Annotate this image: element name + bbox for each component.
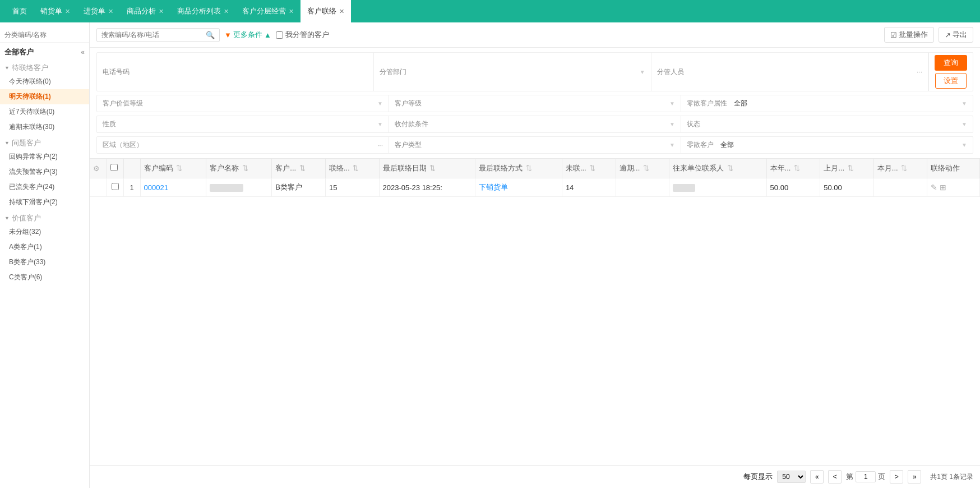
nav-product-list-close[interactable]: ✕	[224, 8, 229, 15]
phone-input[interactable]	[134, 68, 368, 76]
col-name[interactable]: 客户名称 ⇅	[206, 159, 271, 178]
status-label: 状态	[687, 119, 700, 129]
row-un-contact: 14	[562, 178, 616, 197]
sidebar-overdue-pending[interactable]: 逾期未联络(30)	[0, 119, 89, 135]
row-type: B类客户	[272, 178, 326, 197]
customer-code-link[interactable]: 000021	[144, 183, 168, 192]
row-checkbox[interactable]	[107, 178, 123, 197]
col-settings[interactable]: ⚙	[90, 159, 107, 178]
sidebar-loss-warning[interactable]: 流失预警客户(3)	[0, 164, 89, 179]
col-code[interactable]: 客户编码 ⇅	[140, 159, 206, 178]
row-code[interactable]: 000021	[140, 178, 206, 197]
col-last-date[interactable]: 最后联络日期 ⇅	[379, 159, 475, 178]
nav-home[interactable]: 首页	[6, 0, 34, 22]
nav-product-analysis-list[interactable]: 商品分析列表 ✕	[170, 0, 235, 22]
customer-value-arrow[interactable]: ▼	[377, 100, 383, 107]
col-last-method[interactable]: 最后联络方式 ⇅	[475, 159, 562, 178]
nav-customer-tier-close[interactable]: ✕	[289, 8, 294, 15]
nav-product-analysis-close[interactable]: ✕	[159, 8, 164, 15]
toolbar-right: ☑ 批量操作 ↗ 导出	[884, 27, 973, 43]
sidebar-today-pending[interactable]: 今天待联络(0)	[0, 74, 89, 89]
nav-purchase[interactable]: 进货单 ✕	[77, 0, 120, 22]
sidebar-lost[interactable]: 已流失客户(24)	[0, 179, 89, 195]
nav-sales[interactable]: 销货单 ✕	[34, 0, 77, 22]
last-page-btn[interactable]: »	[908, 470, 921, 484]
action-grid-icon[interactable]: ⊞	[940, 183, 946, 192]
nav-product-analysis[interactable]: 商品分析 ✕	[120, 0, 170, 22]
export-icon: ↗	[945, 31, 951, 39]
query-btn[interactable]: 查询	[935, 55, 967, 71]
row-select-checkbox[interactable]	[112, 183, 119, 190]
sidebar-tomorrow-pending[interactable]: 明天待联络(1)	[0, 89, 89, 104]
page-input[interactable]	[856, 471, 876, 482]
col-un-contact[interactable]: 未联... ⇅	[562, 159, 616, 178]
sidebar-all-customers[interactable]: 全部客户 «	[0, 45, 89, 59]
nav-customer-contact[interactable]: 客户联络 ✕	[301, 0, 351, 22]
content-area: 🔍 ▼ 更多条件 ▲ 我分管的客户 ☑ 批量操作 ↗ 导出	[90, 22, 980, 488]
col-checkbox[interactable]	[107, 159, 123, 178]
manager-more-dots[interactable]: ···	[917, 68, 922, 76]
sidebar-declining[interactable]: 持续下滑客户(2)	[0, 195, 89, 210]
batch-op-btn[interactable]: ☑ 批量操作	[884, 27, 934, 43]
sort-un-contact-icon: ⇅	[589, 164, 595, 172]
nav-purchase-close[interactable]: ✕	[108, 8, 113, 15]
prev-page-btn[interactable]: <	[828, 470, 842, 484]
total-records: 共1页 1条记录	[930, 472, 973, 482]
customer-type-arrow[interactable]: ▼	[669, 142, 675, 148]
col-unit-contacts[interactable]: 往来单位联系人 ⇅	[669, 159, 767, 178]
col-contacts[interactable]: 联络... ⇅	[325, 159, 379, 178]
next-page-btn[interactable]: >	[890, 470, 903, 484]
nav-customer-contact-close[interactable]: ✕	[339, 8, 344, 15]
sidebar-search-input[interactable]	[4, 31, 89, 39]
last-method-link[interactable]: 下销货单	[479, 183, 508, 191]
customer-level-arrow[interactable]: ▼	[669, 100, 675, 107]
gender-arrow[interactable]: ▼	[377, 121, 383, 127]
nav-sales-close[interactable]: ✕	[65, 8, 70, 15]
sidebar-class-c[interactable]: C类客户(6)	[0, 270, 89, 285]
sidebar-ungrouped[interactable]: 未分组(32)	[0, 224, 89, 240]
row-this-month	[873, 178, 927, 197]
col-this-year[interactable]: 本年... ⇅	[766, 159, 820, 178]
row-contacts: 15	[325, 178, 379, 197]
set-btn[interactable]: 设置	[935, 73, 967, 89]
action-note-icon[interactable]: ✎	[931, 183, 937, 192]
row-last-date: 2023-05-23 18:25:	[379, 178, 475, 197]
payment-arrow[interactable]: ▼	[669, 121, 675, 127]
first-page-btn[interactable]: «	[810, 470, 824, 484]
customer-level-label: 客户等级	[395, 99, 422, 108]
sort-type-icon: ⇅	[299, 164, 306, 172]
more-conditions-btn[interactable]: ▼ 更多条件 ▲	[224, 30, 271, 40]
area-more-dots[interactable]: ···	[377, 141, 383, 149]
sort-overdue-icon: ⇅	[643, 164, 649, 172]
per-page-select[interactable]: 50 100 200	[777, 471, 806, 483]
sidebar-value-section[interactable]: 价值客户	[0, 210, 89, 224]
sidebar-7day-pending[interactable]: 近7天待联络(0)	[0, 104, 89, 119]
nav-customer-tier[interactable]: 客户分层经营 ✕	[235, 0, 301, 22]
retail-attr-arrow[interactable]: ▼	[961, 100, 967, 107]
my-customers-filter[interactable]: 我分管的客户	[276, 30, 329, 40]
sidebar-problem-section[interactable]: 问题客户	[0, 135, 89, 149]
filter-arrow-icon: ▲	[264, 31, 271, 39]
status-arrow[interactable]: ▼	[961, 121, 967, 127]
settings-icon[interactable]: ⚙	[93, 164, 100, 173]
sort-last-month-icon: ⇅	[848, 164, 854, 172]
col-this-month[interactable]: 本月... ⇅	[873, 159, 927, 178]
search-box: 🔍	[96, 28, 220, 42]
col-overdue[interactable]: 逾期... ⇅	[616, 159, 669, 178]
select-all-checkbox[interactable]	[110, 164, 118, 171]
col-type[interactable]: 客户... ⇅	[272, 159, 326, 178]
export-btn[interactable]: ↗ 导出	[939, 27, 973, 43]
search-submit-icon[interactable]: 🔍	[206, 31, 215, 39]
col-last-month[interactable]: 上月... ⇅	[820, 159, 874, 178]
sidebar-class-a[interactable]: A类客户(1)	[0, 240, 89, 255]
dept-select-arrow[interactable]: ▼	[640, 69, 645, 75]
sidebar-repurchase-abnormal[interactable]: 回购异常客户(2)	[0, 149, 89, 164]
retail-customer-arrow[interactable]: ▼	[961, 142, 967, 148]
sidebar-class-b[interactable]: B类客户(33)	[0, 255, 89, 270]
sort-last-method-icon: ⇅	[526, 164, 532, 172]
search-input[interactable]	[101, 31, 204, 39]
row-last-method[interactable]: 下销货单	[475, 178, 562, 197]
per-page-label: 每页显示	[743, 472, 773, 482]
my-customers-checkbox[interactable]	[276, 31, 283, 39]
sidebar-pending-section[interactable]: 待联络客户	[0, 59, 89, 74]
